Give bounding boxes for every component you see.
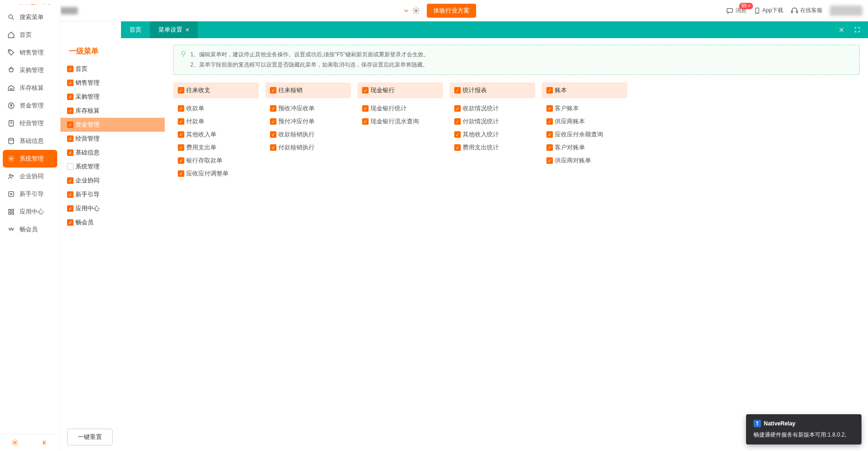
checkbox-icon[interactable]: ✓: [67, 121, 74, 128]
chevron-down-icon[interactable]: [404, 8, 409, 13]
settings-gear-button[interactable]: [409, 4, 423, 18]
checkbox-icon[interactable]: ✓: [178, 118, 184, 125]
nav-finance[interactable]: 资金管理: [0, 97, 60, 114]
group-item[interactable]: ✓预收冲应收单: [267, 102, 349, 115]
group-header[interactable]: ✓往来核销: [265, 82, 351, 98]
close-icon[interactable]: ✕: [185, 27, 189, 33]
checkbox-icon[interactable]: ✓: [67, 219, 74, 226]
tab-home[interactable]: 首页: [121, 21, 150, 38]
checkbox-icon[interactable]: ✓: [362, 105, 369, 112]
messages-button[interactable]: 消息 99 +: [726, 7, 747, 14]
level1-item[interactable]: ✓基础信息: [61, 146, 165, 160]
group-item[interactable]: ✓收款情况统计: [451, 102, 533, 115]
checkbox-icon[interactable]: ✓: [178, 105, 184, 112]
nav-member[interactable]: 畅会员: [0, 221, 60, 238]
checkbox-icon[interactable]: ✓: [546, 131, 553, 138]
checkbox-icon[interactable]: ✓: [178, 157, 184, 164]
group-header[interactable]: ✓现金银行: [357, 82, 443, 98]
checkbox-icon[interactable]: ✓: [454, 131, 461, 138]
group-item[interactable]: ✓应收应付调整单: [175, 167, 257, 180]
checkbox-icon[interactable]: ✓: [67, 135, 74, 142]
footer-settings-button[interactable]: [0, 434, 30, 451]
checkbox-icon[interactable]: ✓: [454, 87, 461, 94]
checkbox-icon[interactable]: ✓: [362, 87, 369, 94]
level1-item[interactable]: ✓新手引导: [61, 188, 165, 202]
nav-system[interactable]: 系统管理: [3, 150, 57, 168]
group-item[interactable]: ✓供应商账本: [544, 115, 626, 128]
group-item[interactable]: ✓其他收入单: [175, 128, 257, 141]
level1-item[interactable]: ✓畅会员: [61, 215, 165, 229]
checkbox-icon[interactable]: ✓: [67, 94, 74, 100]
checkbox-icon[interactable]: ✓: [67, 191, 74, 198]
level1-item[interactable]: ✓资金管理: [61, 118, 165, 132]
org-selector[interactable]: ████: [61, 7, 154, 14]
level1-item[interactable]: ✓经营管理: [61, 132, 165, 146]
group-item[interactable]: ✓现金银行统计: [359, 102, 441, 115]
level1-item[interactable]: ✓应用中心: [61, 202, 165, 215]
nav-basic-info[interactable]: 基础信息: [0, 132, 60, 150]
close-all-tabs-button[interactable]: [835, 24, 848, 36]
footer-collapse-button[interactable]: [30, 434, 61, 451]
update-toast[interactable]: T NativeRelay 畅捷通硬件服务有新版本可用:1.8.0.2,: [746, 414, 861, 444]
level1-item[interactable]: ✓企业协同: [61, 174, 165, 188]
checkbox-icon[interactable]: ✓: [67, 108, 74, 114]
reset-button[interactable]: 一键重置: [67, 429, 113, 445]
group-header[interactable]: ✓统计报表: [450, 82, 535, 98]
checkbox-icon[interactable]: ✓: [67, 163, 74, 170]
group-item[interactable]: ✓收款单: [175, 102, 257, 115]
checkbox-icon[interactable]: ✓: [67, 80, 74, 86]
nav-guide[interactable]: 新手引导: [0, 185, 60, 203]
checkbox-icon[interactable]: ✓: [362, 118, 369, 125]
group-item[interactable]: ✓预付冲应付单: [267, 115, 349, 128]
group-item[interactable]: ✓供应商对账单: [544, 154, 626, 167]
checkbox-icon[interactable]: ✓: [270, 131, 276, 138]
level1-item[interactable]: ✓采购管理: [61, 90, 165, 104]
nav-collab[interactable]: 企业协同: [0, 168, 60, 185]
group-item[interactable]: ✓客户对账单: [544, 141, 626, 154]
group-item[interactable]: ✓费用支出统计: [451, 141, 533, 154]
checkbox-icon[interactable]: ✓: [270, 87, 276, 94]
nav-purchase[interactable]: 采购管理: [0, 61, 60, 79]
nav-app-center[interactable]: 应用中心: [0, 203, 60, 221]
nav-search-menu[interactable]: 搜索菜单: [0, 8, 60, 26]
checkbox-icon[interactable]: ✓: [67, 66, 74, 72]
group-item[interactable]: ✓其他收入统计: [451, 128, 533, 141]
level1-item[interactable]: ✓销售管理: [61, 76, 165, 90]
group-item[interactable]: ✓现金银行流水查询: [359, 115, 441, 128]
level1-item[interactable]: ✓首页: [61, 62, 165, 76]
checkbox-icon[interactable]: ✓: [454, 144, 461, 151]
checkbox-icon[interactable]: ✓: [546, 105, 553, 112]
user-avatar[interactable]: [830, 6, 862, 16]
checkbox-icon[interactable]: ✓: [178, 144, 184, 151]
level1-item[interactable]: ✓系统管理: [61, 160, 165, 174]
nav-inventory[interactable]: 库存核算: [0, 79, 60, 97]
checkbox-icon[interactable]: ✓: [546, 144, 553, 151]
checkbox-icon[interactable]: ✓: [454, 105, 461, 112]
group-item[interactable]: ✓付款情况统计: [451, 115, 533, 128]
checkbox-icon[interactable]: ✓: [270, 144, 276, 151]
checkbox-icon[interactable]: ✓: [67, 177, 74, 184]
checkbox-icon[interactable]: ✓: [67, 205, 74, 212]
group-item[interactable]: ✓付款核销执行: [267, 141, 349, 154]
online-service-button[interactable]: 在线客服: [791, 7, 822, 14]
nav-operation[interactable]: 经营管理: [0, 114, 60, 132]
checkbox-icon[interactable]: ✓: [67, 149, 74, 156]
fullscreen-button[interactable]: [851, 24, 863, 36]
group-item[interactable]: ✓客户账本: [544, 102, 626, 115]
group-item[interactable]: ✓收款核销执行: [267, 128, 349, 141]
checkbox-icon[interactable]: ✓: [178, 170, 184, 177]
checkbox-icon[interactable]: ✓: [546, 157, 553, 164]
checkbox-icon[interactable]: ✓: [546, 118, 553, 125]
experience-plan-button[interactable]: 体验行业方案: [427, 4, 476, 18]
group-header[interactable]: ✓账本: [542, 82, 627, 98]
checkbox-icon[interactable]: ✓: [270, 105, 276, 112]
app-download-button[interactable]: App下载: [754, 7, 783, 14]
group-item[interactable]: ✓付款单: [175, 115, 257, 128]
nav-home[interactable]: 首页: [0, 26, 60, 44]
group-item[interactable]: ✓应收应付余额查询: [544, 128, 626, 141]
checkbox-icon[interactable]: ✓: [178, 131, 184, 138]
group-item[interactable]: ✓银行存取款单: [175, 154, 257, 167]
group-item[interactable]: ✓费用支出单: [175, 141, 257, 154]
level1-item[interactable]: ✓库存核算: [61, 104, 165, 118]
checkbox-icon[interactable]: ✓: [270, 118, 276, 125]
